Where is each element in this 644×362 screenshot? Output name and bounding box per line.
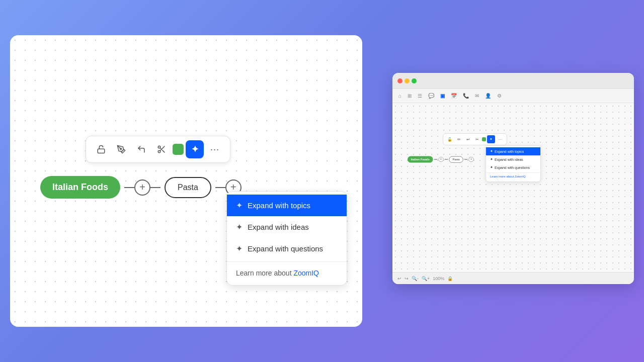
nav-icon-6: 📅 [449, 92, 459, 100]
maximize-dot [412, 78, 417, 83]
right-panel-navbar: ⌂ ⊞ ☰ 💬 ▣ 📅 📞 ✉ 👤 ⚙ [392, 89, 634, 103]
italian-foods-node[interactable]: Italian Foods [40, 176, 120, 199]
mini-pasta-node: Pasta [449, 156, 463, 163]
minimize-dot [405, 78, 410, 83]
close-dot [397, 78, 403, 83]
pen-button[interactable] [112, 140, 130, 158]
left-panel: ✦ ··· Italian Foods + Pasta + ✦ Expand w… [10, 35, 362, 327]
undo-icon: ↩ [397, 276, 401, 281]
mini-line-2 [445, 159, 448, 160]
nav-icon-4: 💬 [426, 92, 436, 100]
nav-icon-7: 📞 [461, 92, 471, 100]
nav-icon-5: ▣ [438, 92, 447, 100]
expand-ideas-item[interactable]: ✦ Expand with ideas [227, 216, 347, 238]
svg-point-1 [120, 148, 122, 150]
right-panel-canvas: 🔓 ✏ ↩ ✂ ✦ ··· Italian Foods + Pasta + ✦ … [392, 103, 634, 284]
mini-ai-btn: ✦ [487, 135, 495, 143]
mini-ideas-item: ✦ Expand with ideas [486, 155, 540, 163]
svg-line-5 [163, 150, 165, 152]
toolbar: ✦ ··· [86, 136, 230, 163]
expand-topics-item[interactable]: ✦ Expand with topics [227, 195, 347, 216]
zoom-level: 100% [433, 276, 444, 281]
arrow-connector-1: + [124, 179, 160, 196]
lock-button[interactable] [92, 140, 110, 158]
mini-add-2: + [469, 157, 474, 162]
right-panel-topbar [392, 73, 634, 89]
mini-dropdown: ✦ Expand with topics ✦ Expand with ideas… [486, 145, 541, 182]
nav-icon-2: ⊞ [406, 92, 414, 100]
mini-lock-btn: 🔓 [446, 135, 454, 143]
lock-bottom-icon: 🔒 [447, 276, 453, 281]
window-controls [397, 78, 417, 83]
scissors-button[interactable] [152, 140, 171, 158]
ai-button[interactable]: ✦ [186, 140, 204, 158]
svg-rect-0 [98, 149, 105, 153]
add-node-button-1[interactable]: + [134, 179, 150, 196]
mini-topics-item: ✦ Expand with topics [486, 147, 540, 155]
dropdown-divider [227, 261, 347, 262]
mini-line-3 [464, 159, 468, 160]
mini-canvas: Italian Foods + Pasta + [408, 156, 474, 162]
color-swatch[interactable] [173, 144, 184, 155]
zoomiq-link[interactable]: ZoomIQ [293, 269, 319, 277]
mini-pen-btn: ✏ [455, 135, 463, 143]
mini-italian-node: Italian Foods [408, 156, 433, 162]
canvas-area: Italian Foods + Pasta + [40, 176, 242, 199]
mini-questions-item: ✦ Expand with questions [486, 163, 540, 171]
right-panel-bottombar: ↩ ↪ 🔍- 🔍+ 100% 🔒 [392, 272, 634, 284]
ai-dropdown-menu: ✦ Expand with topics ✦ Expand with ideas… [226, 191, 347, 286]
mini-sparkle-3: ✦ [490, 165, 493, 169]
mini-toolbar: 🔓 ✏ ↩ ✂ ✦ ··· [443, 133, 507, 145]
mini-add-1: + [439, 157, 444, 162]
mini-undo-btn: ↩ [464, 135, 472, 143]
bottom-bar-undo-redo: ↩ ↪ 🔍- 🔍+ 100% 🔒 [397, 276, 453, 281]
pasta-node[interactable]: Pasta [165, 177, 211, 198]
mini-more-btn: ··· [496, 135, 504, 143]
zoom-in-icon: 🔍+ [422, 276, 430, 281]
mini-scissors-btn: ✂ [473, 135, 481, 143]
sparkle-icon-topics: ✦ [236, 201, 243, 210]
sparkle-icon-questions: ✦ [236, 244, 243, 253]
nav-icon-8: ✉ [473, 92, 481, 100]
sparkle-icon-ideas: ✦ [236, 222, 243, 232]
mini-line-1 [434, 159, 438, 160]
mini-sparkle-2: ✦ [490, 157, 493, 161]
expand-questions-item[interactable]: ✦ Expand with questions [227, 238, 347, 259]
nav-icon-1: ⌂ [396, 92, 404, 100]
right-panel: ⌂ ⊞ ☰ 💬 ▣ 📅 📞 ✉ 👤 ⚙ 🔓 ✏ ↩ ✂ ✦ ··· Italia… [392, 73, 634, 284]
svg-line-6 [160, 148, 162, 149]
dropdown-footer: Learn more about ZoomIQ [227, 264, 347, 282]
mini-zoomiq-link: ZoomIQ [515, 175, 526, 178]
zoom-out-icon: 🔍- [412, 276, 419, 281]
mini-color-btn [482, 137, 486, 141]
undo-button[interactable] [132, 140, 150, 158]
nav-icon-9: 👤 [483, 92, 493, 100]
mini-sparkle-1: ✦ [490, 149, 493, 153]
redo-icon: ↪ [405, 276, 409, 281]
mini-dropdown-footer: Learn more about ZoomIQ [486, 172, 540, 180]
nav-icon-10: ⚙ [495, 92, 504, 100]
nav-icon-3: ☰ [416, 92, 424, 100]
more-options-button[interactable]: ··· [206, 140, 224, 158]
